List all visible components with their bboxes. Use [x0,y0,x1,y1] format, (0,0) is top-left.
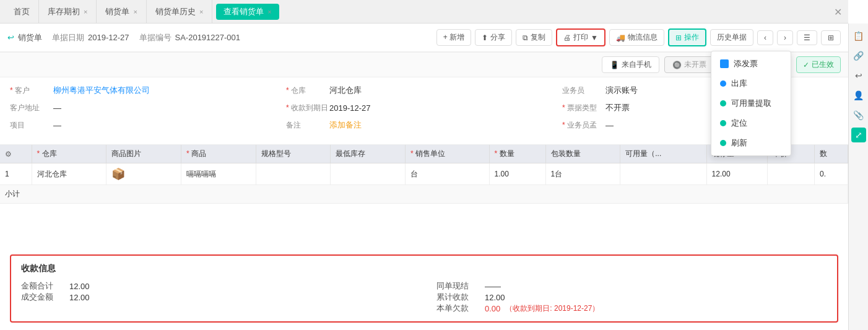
share-icon: ⬆ [482,33,488,42]
col-image: 商品图片 [106,145,181,163]
operation-button[interactable]: ⊞ 操作 [668,28,706,46]
row-unit: 台 [406,163,490,185]
view-grid-button[interactable]: ⊞ [821,30,841,45]
new-button[interactable]: + 新增 [436,29,471,46]
copy-icon: ⧉ [523,33,528,42]
col-pkg: 包装数量 [545,145,620,163]
dropdown-locate[interactable]: 定位 [711,113,791,133]
col-product: * 商品 [181,145,256,163]
tab-view-sales-close[interactable]: × [267,8,271,15]
project-value: — [53,121,61,130]
sidebar-attach-icon[interactable]: 📎 [851,108,866,123]
row-available [620,163,706,185]
sidebar-print-icon[interactable]: 📋 [851,28,866,43]
sidebar-expand-icon[interactable]: ⤢ [851,128,866,142]
cumulative-label: 累计收款 [436,292,480,303]
doc-number-meta: 单据编号 SA-20191227-001 [139,32,241,43]
date-label: 单据日期 [52,32,84,43]
address-label: 客户地址 [10,103,53,113]
transaction-value: 12.00 [69,293,90,302]
nav-next-button[interactable]: › [777,30,793,45]
locate-icon [720,120,726,126]
staff-field: 业务员 演示账号 [562,85,838,96]
note-add-button[interactable]: 添加备注 [329,119,362,131]
note-field: 备注 添加备注 [286,119,562,131]
subtotal-label: 小计 [0,185,848,204]
sidebar-link-icon[interactable]: 🔗 [851,48,866,63]
due-date-field: 收款到期日 2019-12-27 [286,103,562,113]
sidebar-user-icon[interactable]: 👤 [851,88,866,103]
dropdown-add-invoice[interactable]: 添发票 [711,54,791,74]
subtotal-row: 小计 [0,185,848,204]
tab-home[interactable]: 首页 [5,0,39,23]
ticket-value: 不开票 [605,102,630,113]
dropdown-refresh[interactable]: 刷新 [711,133,791,153]
refresh-icon [720,140,726,146]
cumulative-value: 12.00 [485,293,505,302]
row-other: 0. [815,163,848,185]
owed-note: （收款到期日: 2019-12-27） [505,303,599,314]
warehouse-label: 仓库 [286,85,329,96]
phone-icon: 📱 [610,61,619,69]
total-label: 金额合计 [21,280,64,292]
col-available: 可用量（... [620,145,706,163]
effective-button[interactable]: ✓ 已生效 [796,56,841,73]
customer-label: 客户 [10,85,53,96]
add-invoice-icon [720,59,729,68]
view-list-button[interactable]: ☰ [797,30,817,45]
warehouse-value: 河北仓库 [329,85,362,96]
doc-title-icon: ↩ [7,33,14,42]
available-qty-icon [720,100,726,106]
right-sidebar: 📋 🔗 ↩ 👤 📎 ⤢ [848,24,868,330]
table-row: 1 河北仓库 📦 嗝嗝嗝嗝 台 1.00 1台 12.00 [0,163,848,185]
total-value: 12.00 [69,282,90,291]
dropdown-outbound[interactable]: 出库 [711,74,791,93]
address-field: 客户地址 — [10,103,286,113]
col-gear[interactable]: ⚙ [0,145,32,163]
payment-col-right: 同单现结 —— 累计收款 12.00 本单欠款 0.00 （收款到期日: 201… [436,280,827,314]
tab-inventory-close[interactable]: × [84,8,87,15]
tab-sales-close[interactable]: × [133,8,137,15]
dropdown-available-qty[interactable]: 可用量提取 [711,93,791,113]
print-button[interactable]: 🖨 打印 ▼ [556,28,605,46]
history-button[interactable]: 历史单据 [710,29,753,46]
tab-sales-history[interactable]: 销货单历史 × [147,0,212,23]
tab-sales-history-close[interactable]: × [199,8,203,15]
tab-inventory[interactable]: 库存期初 × [39,0,97,23]
staff2-value: — [605,121,614,130]
logistics-icon: 🚚 [616,33,625,42]
tab-view-sales[interactable]: 查看销货单 × [216,4,279,20]
sidebar-back-icon[interactable]: ↩ [851,68,866,83]
toolbar: + 新增 ⬆ 分享 ⧉ 复制 🖨 打印 ▼ [436,28,841,46]
col-unit: * 销售单位 [406,145,490,163]
table-body: 1 河北仓库 📦 嗝嗝嗝嗝 台 1.00 1台 12.00 [0,163,848,204]
check-circle-green-icon: ✓ [803,61,809,69]
staff2-field: 业务员孟 — [562,120,838,131]
from-phone-button[interactable]: 📱 来自手机 [602,56,659,73]
share-button[interactable]: ⬆ 分享 [475,29,512,46]
payment-title: 收款信息 [21,263,827,274]
tab-sales[interactable]: 销货单 × [97,0,146,23]
row-price [767,163,814,185]
col-spec: 规格型号 [256,145,331,163]
col-qty: * 数量 [489,145,545,163]
due-date-label: 收款到期日 [286,103,329,113]
row-pkg: 1台 [545,163,620,185]
row-current: 12.00 [706,163,767,185]
project-label: 项目 [10,120,53,131]
nav-prev-button[interactable]: ‹ [757,30,773,45]
customer-value[interactable]: 柳州粤港平安气体有限公司 [53,85,150,96]
row-qty: 1.00 [489,163,545,185]
staff-label: 业务员 [562,85,605,96]
window-close-button[interactable]: ✕ [834,6,842,17]
gear-icon[interactable]: ⚙ [5,150,12,158]
staff-value: 演示账号 [605,85,638,96]
copy-button[interactable]: ⧉ 复制 [516,29,552,46]
row-image: 📦 [106,163,181,185]
not-open-button[interactable]: 🔘 未开票 [664,56,714,73]
doc-title: ↩ 销货单 [7,32,42,43]
same-order-label: 同单现结 [436,280,480,292]
main-area: ↩ 销货单 单据日期 2019-12-27 单据编号 SA-20191227-0… [0,24,848,330]
logistics-button[interactable]: 🚚 物流信息 [609,29,664,46]
warehouse-field: 仓库 河北仓库 [286,85,562,96]
